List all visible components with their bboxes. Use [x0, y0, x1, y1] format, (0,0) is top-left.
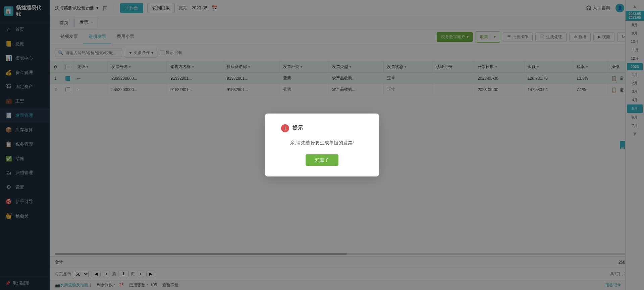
- modal-message: 亲,请先选择要生成单据的发票!: [290, 139, 354, 146]
- modal-title: 提示: [292, 125, 303, 132]
- modal-confirm-button[interactable]: 知道了: [306, 154, 338, 166]
- modal-box: ! 提示 亲,请先选择要生成单据的发票! 知道了: [265, 114, 379, 176]
- modal-overlay: ! 提示 亲,请先选择要生成单据的发票! 知道了: [0, 0, 644, 290]
- modal-title-row: ! 提示: [281, 124, 303, 132]
- modal-warn-icon: !: [281, 124, 289, 132]
